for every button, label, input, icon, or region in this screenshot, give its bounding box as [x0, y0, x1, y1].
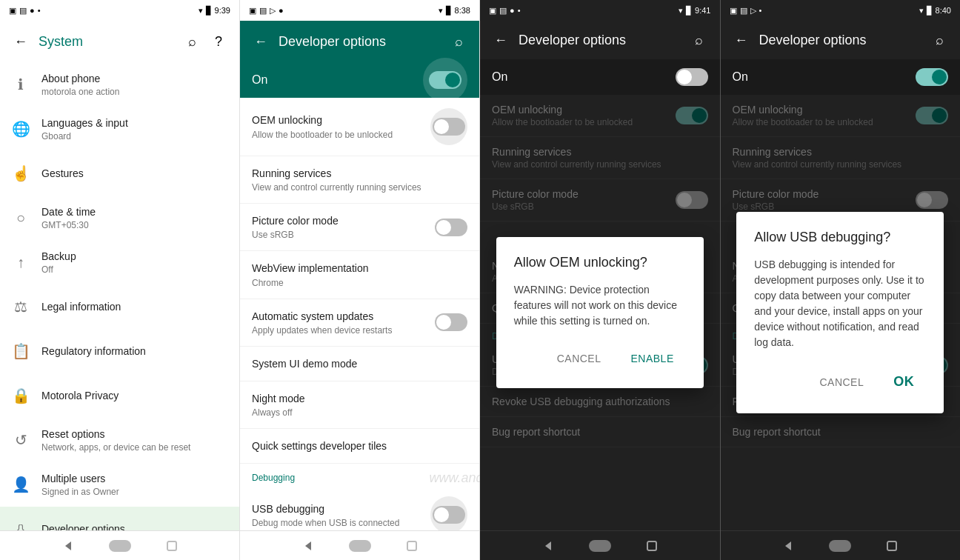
p3-nav-back[interactable]: [537, 539, 559, 553]
p3-content: OEM unlocking Allow the bootloader to be…: [480, 95, 720, 530]
p2-nav-home[interactable]: [349, 539, 371, 553]
right-panels: ▣ ▤ ● • ▾ ▊ 9:41 ← Developer options ⌕ O…: [480, 0, 960, 560]
language-icon: 🌐: [12, 120, 30, 138]
auto-updates-item[interactable]: Automatic system updates Apply updates w…: [240, 299, 479, 347]
sidebar-item-developer[interactable]: {} Developer options: [0, 507, 239, 530]
oem-toggle[interactable]: [433, 118, 465, 136]
sidebar-item-reset[interactable]: ↺ Reset options Network, apps, or device…: [0, 418, 239, 462]
p3-nav-recents[interactable]: [641, 539, 663, 553]
p3-back-button[interactable]: ←: [492, 31, 510, 49]
oem-subtitle: Allow the bootloader to be unlocked: [252, 130, 393, 140]
usb-debug-toggle[interactable]: [433, 506, 465, 524]
reset-title: Reset options: [41, 427, 227, 441]
usb-cancel-button[interactable]: Cancel: [807, 368, 876, 396]
oem-dialog-title: Allow OEM unlocking?: [514, 255, 686, 270]
auto-updates-toggle[interactable]: [435, 313, 467, 331]
nav-bar-panel2: [240, 530, 479, 560]
p4-n3: ▷: [750, 6, 756, 16]
p2-back-button[interactable]: ←: [252, 33, 270, 50]
picture-color-item[interactable]: Picture color mode Use sRGB: [240, 204, 479, 251]
system-icons: ▾ ▊ 9:39: [199, 6, 230, 16]
usb-debug-item[interactable]: USB debugging Debug mode when USB is con…: [240, 486, 479, 530]
privacy-text: Motorola Privacy: [41, 389, 227, 402]
p3-nav-home[interactable]: [589, 539, 611, 553]
night-mode-item[interactable]: Night mode Always off: [240, 381, 479, 429]
usb-ok-button[interactable]: OK: [881, 368, 926, 396]
sidebar-item-backup[interactable]: ↑ Backup Off: [0, 240, 239, 284]
p3-on-header: On: [480, 59, 720, 95]
cloud-icon: ▤: [19, 6, 27, 16]
legal-title: Legal information: [41, 300, 227, 313]
webview-item[interactable]: WebView implementation Chrome: [240, 251, 479, 299]
system-ui-demo-title: System UI demo mode: [252, 357, 467, 370]
svg-rect-1: [167, 541, 176, 550]
back-button[interactable]: ←: [12, 33, 30, 50]
oem-dialog-overlay: Allow OEM unlocking? WARNING: Device pro…: [480, 95, 720, 530]
p4-on-toggle[interactable]: [916, 68, 948, 86]
sidebar-item-about[interactable]: ℹ About phone motorola one action: [0, 62, 239, 107]
p4-nav-home[interactable]: [829, 539, 851, 553]
p4-n4: •: [759, 6, 762, 15]
debugging-section-label: Debugging: [240, 464, 479, 486]
p3-search-button[interactable]: ⌕: [690, 31, 708, 49]
running-services-item[interactable]: Running services View and control curren…: [240, 156, 479, 204]
p3-signal: ▊: [686, 6, 692, 16]
sidebar-item-datetime[interactable]: ○ Date & time GMT+05:30: [0, 196, 239, 240]
nav-home[interactable]: [109, 539, 131, 553]
languages-title: Languages & input: [41, 116, 227, 130]
sidebar-item-languages[interactable]: 🌐 Languages & input Gboard: [0, 107, 239, 151]
p2-nav-recents[interactable]: [401, 539, 423, 553]
sidebar-item-privacy[interactable]: 🔒 Motorola Privacy: [0, 373, 239, 418]
sidebar-item-regulatory[interactable]: 📋 Regulatory information: [0, 329, 239, 373]
help-button[interactable]: ?: [210, 33, 227, 50]
p4-search-button[interactable]: ⌕: [930, 31, 948, 49]
svg-marker-2: [305, 541, 311, 550]
picture-toggle[interactable]: [435, 219, 467, 236]
p2-search-button[interactable]: ⌕: [450, 33, 467, 50]
usb-dialog-overlay: Allow USB debugging? USB debugging is in…: [721, 95, 961, 530]
picture-subtitle: Use sRGB: [252, 230, 339, 240]
sidebar-item-users[interactable]: 👤 Multiple users Signed in as Owner: [0, 462, 239, 507]
p3-nav-bar: [480, 530, 720, 560]
settings-list: ℹ About phone motorola one action 🌐 Lang…: [0, 62, 239, 530]
system-ui-demo-item[interactable]: System UI demo mode: [240, 347, 479, 381]
p2-signal: ▊: [446, 6, 452, 16]
oem-cancel-button[interactable]: Cancel: [545, 347, 613, 370]
usb-dialog-actions: Cancel OK: [754, 368, 926, 396]
about-text: About phone motorola one action: [41, 72, 227, 97]
sim-icon: ▣: [9, 6, 16, 16]
reset-subtitle: Network, apps, or device can be reset: [41, 442, 227, 453]
night-mode-subtitle: Always off: [252, 407, 467, 418]
p3-notif: ▣ ▤ ● •: [489, 6, 521, 16]
usb-debug-title: USB debugging: [252, 502, 399, 516]
p2-notif2: ▤: [259, 6, 267, 16]
p3-app-bar: ← Developer options ⌕: [480, 21, 720, 59]
p4-nav-back[interactable]: [777, 539, 799, 553]
oem-unlocking-item[interactable]: OEM unlocking Allow the bootloader to be…: [240, 98, 479, 156]
search-button[interactable]: ⌕: [183, 33, 201, 50]
signal-icon: ▊: [206, 6, 212, 16]
p4-nav-recents[interactable]: [881, 539, 903, 553]
developer-app-bar: ← Developer options ⌕: [240, 21, 479, 62]
sidebar-item-gestures[interactable]: ☝ Gestures: [0, 151, 239, 196]
p3-wifi: ▾: [679, 6, 683, 16]
reset-text: Reset options Network, apps, or device c…: [41, 427, 227, 453]
nav-bar-panel1: [0, 530, 239, 560]
oem-text: OEM unlocking Allow the bootloader to be…: [252, 113, 393, 139]
p2-nav-back[interactable]: [297, 539, 319, 553]
p2-notif3: ▷: [270, 6, 276, 16]
quick-settings-item[interactable]: Quick settings developer tiles: [240, 429, 479, 464]
p3-n3: ●: [510, 6, 515, 15]
sidebar-item-legal[interactable]: ⚖ Legal information: [0, 284, 239, 329]
auto-updates-title: Automatic system updates: [252, 310, 392, 323]
oem-enable-button[interactable]: Enable: [619, 347, 686, 370]
users-text: Multiple users Signed in as Owner: [41, 472, 227, 497]
p3-on-toggle[interactable]: [676, 68, 708, 86]
developer-on-toggle[interactable]: [429, 71, 461, 89]
p4-back-button[interactable]: ←: [733, 31, 750, 49]
system-app-bar: ← System ⌕ ?: [0, 21, 239, 62]
nav-recents[interactable]: [161, 539, 183, 553]
nav-back[interactable]: [57, 539, 79, 553]
auto-updates-subtitle: Apply updates when device restarts: [252, 325, 392, 336]
about-subtitle: motorola one action: [41, 87, 227, 97]
